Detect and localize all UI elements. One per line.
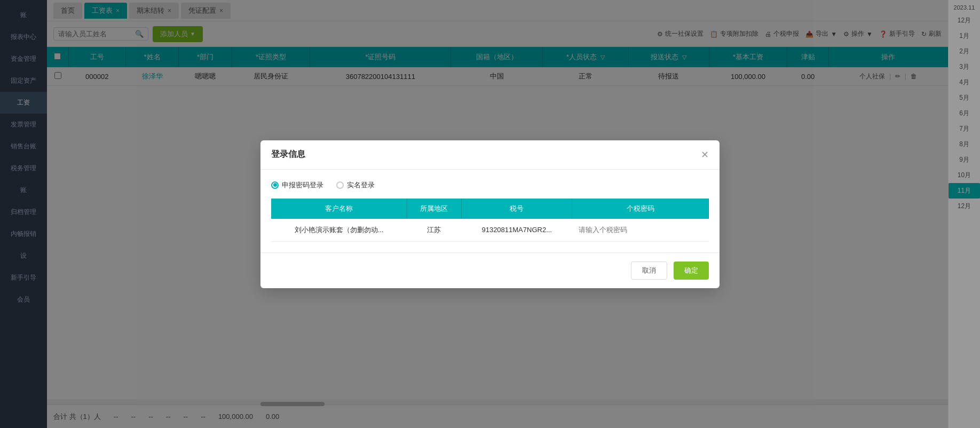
dialog-col-client: 客户名称 xyxy=(271,199,407,219)
dialog-tax-id: 91320811MA7NGR2... xyxy=(462,219,572,242)
radio-realname-dot xyxy=(336,181,344,189)
login-radio-group: 申报密码登录 实名登录 xyxy=(271,180,709,190)
dialog-close-button[interactable]: ✕ xyxy=(701,149,709,161)
dialog-col-taxid: 税号 xyxy=(462,199,572,219)
dialog-title: 登录信息 xyxy=(271,149,305,160)
dialog-body: 申报密码登录 实名登录 客户名称 所属地区 税号 个税密码 xyxy=(260,170,720,252)
dialog-tax-pwd-cell[interactable] xyxy=(572,219,709,242)
radio-password-login[interactable]: 申报密码登录 xyxy=(271,180,323,190)
tax-pwd-input[interactable] xyxy=(579,226,702,234)
dialog-footer: 取消 确定 xyxy=(260,252,720,288)
dialog-overlay: 登录信息 ✕ 申报密码登录 实名登录 客户名称 所属 xyxy=(0,0,980,428)
radio-password-dot xyxy=(271,181,279,189)
dialog-col-region: 所属地区 xyxy=(407,199,462,219)
radio-realname-login[interactable]: 实名登录 xyxy=(336,180,375,190)
dialog-col-taxpwd: 个税密码 xyxy=(572,199,709,219)
dialog-table-row: 刘小艳演示账套（勿删勿动... 江苏 91320811MA7NGR2... xyxy=(271,219,709,242)
cancel-button[interactable]: 取消 xyxy=(631,261,667,280)
login-info-table: 客户名称 所属地区 税号 个税密码 刘小艳演示账套（勿删勿动... 江苏 913… xyxy=(271,199,709,242)
login-dialog: 登录信息 ✕ 申报密码登录 实名登录 客户名称 所属 xyxy=(260,140,720,288)
dialog-region: 江苏 xyxy=(407,219,462,242)
confirm-button[interactable]: 确定 xyxy=(674,261,709,280)
dialog-header: 登录信息 ✕ xyxy=(260,140,720,170)
dialog-client-name: 刘小艳演示账套（勿删勿动... xyxy=(271,219,407,242)
